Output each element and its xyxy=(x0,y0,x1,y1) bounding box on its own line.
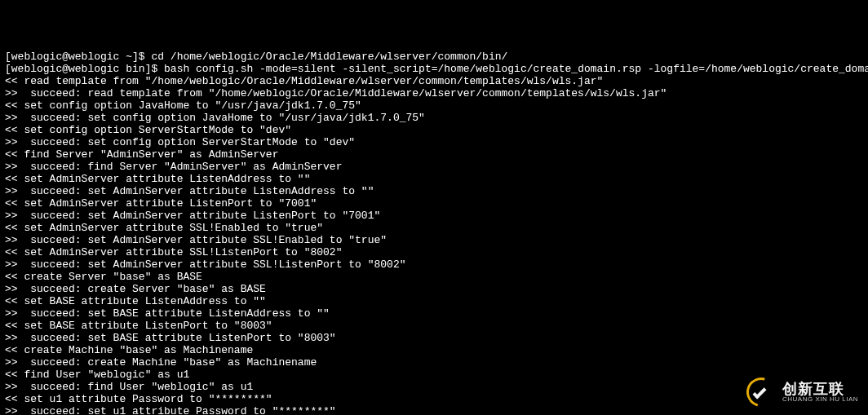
output-line: >> succeed: read template from "/home/we… xyxy=(5,87,863,99)
output-line: << set config option ServerStartMode to … xyxy=(5,124,863,136)
output-line: << find Server "AdminServer" as AdminSer… xyxy=(5,148,863,161)
watermark: 创新互联 CHUANG XIN HU LIAN xyxy=(746,377,858,407)
output-line: << set BASE attribute ListenPort to "800… xyxy=(5,320,863,332)
output-line: >> succeed: set config option JavaHome t… xyxy=(5,112,863,124)
output-line: >> succeed: set BASE attribute ListenAdd… xyxy=(5,307,863,320)
prompt-line: [weblogic@weblogic ~]$ cd /home/weblogic… xyxy=(5,51,863,63)
output-line: << read template from "/home/weblogic/Or… xyxy=(5,75,863,87)
output-line: << set BASE attribute ListenAddress to "… xyxy=(5,295,863,307)
output-line: << set u1 attribute Password to "*******… xyxy=(5,393,863,405)
output-line: >> succeed: set config option ServerStar… xyxy=(5,136,863,148)
brand-subtitle: CHUANG XIN HU LIAN xyxy=(782,396,858,403)
prompt-line: [weblogic@weblogic bin]$ bash config.sh … xyxy=(5,63,863,75)
shell-command: cd /home/weblogic/Oracle/Middleware/wlse… xyxy=(151,51,507,63)
output-line: << create Machine "base" as Machinename xyxy=(5,344,863,356)
output-line: >> succeed: set AdminServer attribute Li… xyxy=(5,210,863,222)
shell-command: bash config.sh -mode=silent -silent_scri… xyxy=(164,63,868,75)
shell-prompt: [weblogic@weblogic ~]$ xyxy=(5,51,151,63)
terminal-output: [weblogic@weblogic ~]$ cd /home/weblogic… xyxy=(5,51,863,415)
output-line: << set AdminServer attribute ListenAddre… xyxy=(5,173,863,185)
output-line: >> succeed: find Server "AdminServer" as… xyxy=(5,161,863,173)
output-line: >> succeed: set AdminServer attribute SS… xyxy=(5,234,863,246)
output-line: >> succeed: set BASE attribute ListenPor… xyxy=(5,332,863,344)
output-line: << set config option JavaHome to "/usr/j… xyxy=(5,99,863,112)
output-line: << find User "weblogic" as u1 xyxy=(5,369,863,381)
output-line: >> succeed: create Server "base" as BASE xyxy=(5,283,863,295)
output-line: << create Server "base" as BASE xyxy=(5,271,863,283)
output-line: >> succeed: set AdminServer attribute SS… xyxy=(5,258,863,271)
brand-logo-icon xyxy=(746,377,776,407)
output-line: >> succeed: set u1 attribute Password to… xyxy=(5,405,863,415)
output-line: << set AdminServer attribute ListenPort … xyxy=(5,197,863,210)
output-line: << set AdminServer attribute SSL!ListenP… xyxy=(5,246,863,258)
shell-prompt: [weblogic@weblogic bin]$ xyxy=(5,63,164,75)
output-line: >> succeed: create Machine "base" as Mac… xyxy=(5,356,863,369)
output-line: >> succeed: set AdminServer attribute Li… xyxy=(5,185,863,197)
output-line: >> succeed: find User "weblogic" as u1 xyxy=(5,381,863,393)
brand-name: 创新互联 xyxy=(782,382,858,396)
output-line: << set AdminServer attribute SSL!Enabled… xyxy=(5,222,863,234)
